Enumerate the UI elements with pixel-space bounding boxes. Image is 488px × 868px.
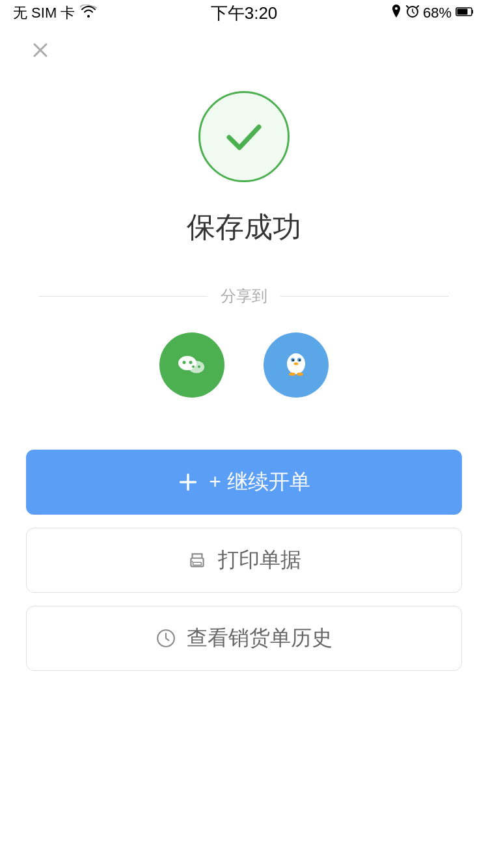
svg-rect-3 (457, 9, 468, 15)
share-text: 分享到 (208, 286, 280, 306)
wechat-share-button[interactable] (159, 332, 224, 398)
share-icons-row (159, 332, 329, 398)
printer-icon (187, 550, 208, 571)
history-button[interactable]: 查看销货单历史 (26, 606, 462, 671)
divider-left (39, 296, 208, 297)
actions-container: + 继续开单 打印单据 查看销货单历史 (0, 450, 488, 671)
svg-point-7 (189, 361, 193, 364)
success-icon-circle (198, 91, 290, 182)
status-time: 下午3:20 (211, 2, 278, 25)
wifi-icon (80, 5, 97, 21)
status-right: 68% (390, 4, 475, 22)
battery-icon (455, 5, 475, 21)
svg-point-8 (192, 366, 195, 368)
svg-point-18 (297, 373, 303, 376)
svg-point-15 (299, 359, 301, 361)
svg-point-9 (198, 366, 200, 368)
share-divider: 分享到 (0, 286, 488, 306)
close-button[interactable] (26, 36, 55, 64)
svg-point-16 (294, 362, 299, 365)
svg-point-21 (191, 561, 193, 562)
status-left: 无 SIM 卡 (13, 3, 97, 23)
battery-text: 68% (423, 5, 452, 21)
alarm-icon (406, 4, 419, 22)
success-title: 保存成功 (187, 208, 301, 247)
continue-button[interactable]: + 继续开单 (26, 450, 462, 515)
print-button[interactable]: 打印单据 (26, 528, 462, 593)
svg-point-6 (183, 361, 186, 364)
history-label: 查看销货单历史 (187, 624, 332, 653)
qq-share-button[interactable] (264, 332, 329, 398)
clock-icon (156, 628, 176, 649)
svg-point-17 (289, 373, 295, 376)
location-icon (390, 4, 402, 22)
svg-rect-20 (193, 562, 202, 565)
checkmark-icon (221, 114, 267, 159)
svg-point-0 (395, 7, 398, 10)
print-label: 打印单据 (218, 546, 301, 575)
main-content: 保存成功 分享到 (0, 26, 488, 868)
divider-right (280, 296, 449, 297)
plus-icon (178, 472, 198, 493)
svg-point-14 (292, 359, 294, 361)
continue-label: + 继续开单 (209, 468, 310, 496)
status-bar: 无 SIM 卡 下午3:20 68% (0, 0, 488, 26)
no-sim-text: 无 SIM 卡 (13, 3, 75, 23)
